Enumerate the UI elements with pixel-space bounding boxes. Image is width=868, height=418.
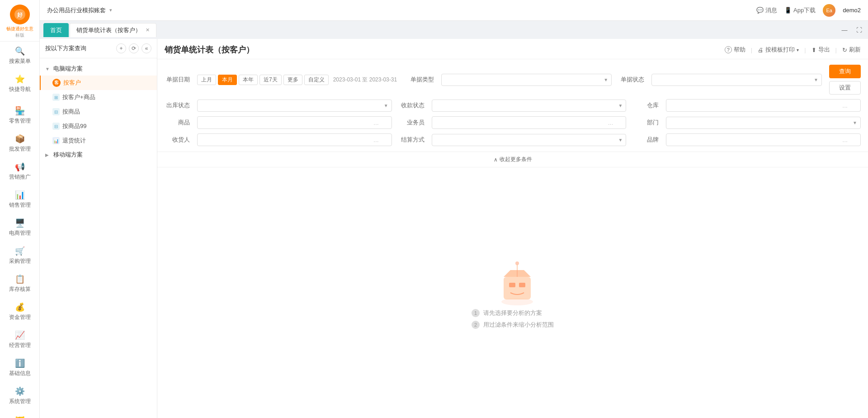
filter-row-4: 收货人 ... 结算方式 品牌 . [165,133,861,146]
svg-rect-6 [519,283,525,287]
star-icon: ⭐ [15,74,25,84]
tab-maximize-btn[interactable]: ⛶ [854,24,864,35]
salesperson-input-wrap: ... [432,116,627,129]
sidebar-item-ecommerce[interactable]: 🖥️ 电商管理 [0,214,39,242]
tab-minimize-btn[interactable]: — [839,24,850,35]
sidebar-item-basic-info[interactable]: ℹ️ 基础信息 [0,354,39,382]
order-type-select[interactable] [441,74,612,86]
setting-btn[interactable]: 设置 [829,81,861,95]
sidebar-item-sales[interactable]: 📊 销售管理 [0,185,39,214]
export-label: 导出 [818,46,830,54]
settlement-select[interactable] [432,134,627,146]
tree-item-customer-goods[interactable]: ⊞ 按客户+商品 [40,90,157,104]
tab-close-btn[interactable]: ✕ [146,27,150,33]
refresh-btn[interactable]: ↻ 刷新 [842,46,861,54]
tab-home[interactable]: 首页 [43,23,69,37]
tree-section: ▼ 电脑端方案 客 按客户 ⊞ 按客户+商品 ⊟ 按商品 ⊟ 按商品99 [40,58,157,418]
sidebar-item-finance[interactable]: 💰 资金管理 [0,298,39,326]
username-label: demo2 [843,7,861,14]
collapse-row: ∧ 收起更多条件 [157,152,868,167]
date-btn-this-month[interactable]: 本月 [218,75,237,85]
empty-tips: 1 请先选择要分析的方案 2 用过滤条件来缩小分析范围 [472,309,554,329]
department-label: 部门 [633,119,659,127]
refresh-scheme-btn[interactable]: ⟳ [129,43,139,53]
settlement-select-wrap [432,134,627,146]
order-status-label: 单据状态 [619,76,644,84]
sidebar-item-collab[interactable]: 🤝 企业协同 [0,410,39,418]
warehouse-field[interactable]: ... [666,99,861,112]
order-status-select[interactable] [651,74,822,86]
page-header-actions: ? 帮助 | 🖨 按模板打印 ▾ | ⬆ 导出 | [725,46,861,54]
collapse-arrow-icon: ∧ [494,157,498,163]
tree-item-by-goods[interactable]: ⊟ 按商品 [40,104,157,119]
date-btn-last-month[interactable]: 上月 [197,75,216,85]
brand-field[interactable]: ... [666,133,861,146]
receiver-field[interactable]: ... [197,133,392,146]
sidebar-item-wholesale-label: 批发管理 [9,145,31,153]
collapse-label: 收起更多条件 [500,156,532,163]
receiver-dots: ... [373,136,379,143]
goods-field[interactable]: ... [197,116,392,129]
empty-tip-2-label: 用过滤条件来缩小分析范围 [483,321,554,329]
date-btn-last-7-days[interactable]: 近7天 [259,75,282,85]
print-btn[interactable]: 🖨 按模板打印 ▾ [758,46,799,54]
export-icon: ⬆ [811,47,816,53]
add-scheme-btn[interactable]: + [116,43,126,53]
goods-label: 商品 [165,119,190,127]
shipment-select[interactable] [197,100,392,112]
user-avatar[interactable]: Ea [823,4,835,17]
topbar-right: 💬 消息 📱 App下载 Ea demo2 [756,4,861,17]
tree-item-return-stats[interactable]: 📊 退货统计 [40,133,157,148]
topbar-dropdown-btn[interactable]: ▾ [109,7,112,13]
brand-label: 品牌 [633,136,659,144]
salesperson-field[interactable]: ... [432,116,627,129]
date-btn-more[interactable]: 更多 [283,75,302,85]
purchase-icon: 🛒 [15,246,25,256]
print-dropdown-icon: ▾ [797,48,799,52]
export-btn[interactable]: ⬆ 导出 [811,46,830,54]
sidebar-item-wholesale[interactable]: 📦 批发管理 [0,129,39,157]
date-btn-this-year[interactable]: 本年 [239,75,258,85]
query-btn[interactable]: 查询 [829,65,861,78]
help-btn[interactable]: ? 帮助 [725,46,745,54]
sidebar-item-inventory[interactable]: 📋 库存核算 [0,270,39,298]
topbar-message-btn[interactable]: 💬 消息 [756,6,777,14]
sidebar-item-basic-info-label: 基础信息 [9,370,31,377]
payment-select[interactable] [432,100,627,112]
tab-sales-report[interactable]: 销货单统计表（按客户） ✕ [70,23,156,37]
sidebar-item-purchase[interactable]: 🛒 采购管理 [0,242,39,270]
message-label: 消息 [765,6,777,14]
order-type-select-wrap [441,74,612,86]
sidebar-item-system[interactable]: ⚙️ 系统管理 [0,382,39,410]
sidebar-item-marketing[interactable]: 📢 营销推广 [0,157,39,185]
svg-rect-5 [509,283,515,287]
sidebar-item-operations[interactable]: 📈 经营管理 [0,326,39,354]
tree-item-return-stats-label: 退货统计 [62,137,86,145]
department-select[interactable] [666,117,861,129]
sidebar-item-quick-nav[interactable]: ⭐ 快捷导航 [0,70,39,98]
tab-home-label: 首页 [50,26,62,34]
tree-item-by-goods99[interactable]: ⊟ 按商品99 [40,119,157,133]
date-label: 单据日期 [165,76,190,84]
payment-select-wrap [432,100,627,112]
tree-mobile-section[interactable]: ▶ 移动端方案 [40,148,157,162]
tip-num-2: 2 [472,321,480,329]
page-title: 销货单统计表（按客户） [165,44,254,55]
sidebar-item-system-label: 系统管理 [9,398,31,405]
topbar-app-download-btn[interactable]: 📱 App下载 [784,6,816,14]
operations-icon: 📈 [15,330,25,340]
sidebar-item-search[interactable]: 🔍 搜索菜单 [0,42,39,70]
tab-bar-actions: — ⛶ [839,24,864,35]
brand-dots: ... [842,136,848,143]
collapse-btn[interactable]: ∧ 收起更多条件 [494,156,532,163]
tree-item-by-customer[interactable]: 客 按客户 [40,76,157,90]
app-download-label: App下载 [793,6,816,14]
sidebar-item-retail[interactable]: 🏪 零售管理 [0,101,39,129]
refresh-label: 刷新 [849,46,861,54]
app-name: 畅捷通好生意 [6,26,33,32]
warehouse-label: 仓库 [633,101,659,109]
tree-pc-section[interactable]: ▼ 电脑端方案 [40,62,157,76]
date-btn-custom[interactable]: 自定义 [304,75,329,85]
retail-icon: 🏪 [15,106,25,116]
collapse-panel-btn[interactable]: « [142,43,151,53]
